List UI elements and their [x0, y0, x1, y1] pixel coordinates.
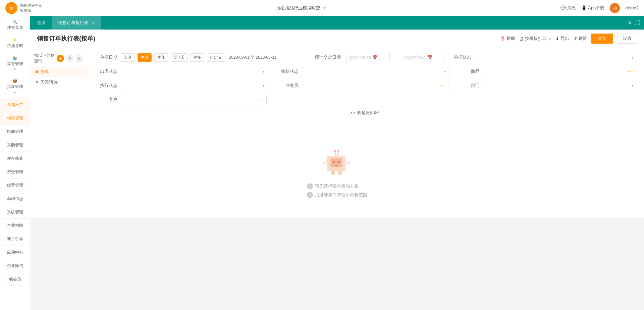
svg-line-8	[337, 152, 338, 156]
tab-window-close-icon[interactable]: ✕	[628, 20, 632, 26]
expected-date-start-input[interactable]: yyyy-mm-dd 📅	[346, 53, 390, 62]
sidebar-item-member[interactable]: 畅会员	[0, 272, 30, 286]
sidebar-item-inventory[interactable]: 库存核算	[0, 152, 30, 165]
add-icon: +	[59, 56, 62, 61]
customer-label: 客户	[94, 97, 121, 103]
empty-tip-1: 1 请先选择要分析的方案	[307, 183, 367, 189]
avatar[interactable]: Ea	[610, 3, 620, 13]
status-label: 单据状态	[451, 54, 475, 60]
goods-more-icon[interactable]: ···	[628, 68, 634, 74]
export-icon: ⬇	[555, 36, 559, 41]
sidebar-item-sales[interactable]: 销售管理	[0, 111, 30, 125]
filter-row-3: 执行状态 ▼ 业务员 ···	[94, 81, 637, 90]
logo-area: 好 畅捷通好生意 标准版	[5, 2, 42, 14]
customer-area: 客户 ···	[94, 95, 273, 104]
app-download-button[interactable]: 📱 App下载	[581, 5, 604, 11]
sidebar-item-ecommerce[interactable]: 电商管理	[0, 125, 30, 138]
sidebar-item-enterprise[interactable]: 企业协同	[0, 219, 30, 232]
execution-select[interactable]: ▼	[121, 81, 268, 90]
payment-select[interactable]: ▼	[302, 67, 449, 76]
svg-rect-12	[331, 170, 335, 175]
outbound-area: 出库状态 ▼	[94, 67, 275, 76]
dept-label: 部门	[456, 83, 483, 89]
svg-text:好: 好	[9, 6, 13, 10]
outbound-dropdown-icon: ▼	[262, 70, 265, 73]
svg-line-11	[345, 162, 350, 164]
date-control: 上月 本月 本年 近7天 更多 自定义 2023-03-01 至 2023-03…	[121, 53, 307, 62]
tab-close-button[interactable]: ×	[91, 19, 95, 26]
payment-area: 收款状态 ▼	[275, 67, 456, 76]
scheme-item-bandan[interactable]: 按单	[30, 67, 87, 77]
tab-active[interactable]: 销售订单执行表 ×	[53, 16, 101, 30]
sidebar-item-marketing[interactable]: 营销推广	[0, 98, 30, 111]
salesperson-select[interactable]: ···	[302, 81, 449, 90]
customer-more-icon[interactable]: ···	[257, 97, 263, 103]
sidebar-item-retail[interactable]: 🏪 零售管理 ▼	[0, 52, 30, 75]
date-sep: —	[392, 55, 399, 60]
nav-right: 💬 消息 📱 App下载 Ea demo2	[560, 3, 639, 13]
date-btn-custom[interactable]: 自定义	[207, 53, 225, 62]
message-icon: 💬	[560, 5, 566, 10]
payment-label: 收款状态	[275, 68, 302, 74]
nav-dropdown-icon[interactable]: ▼	[323, 6, 327, 10]
sidebar-item-basic[interactable]: 基础信息	[0, 192, 30, 205]
export-button[interactable]: ⬇ 导出	[555, 36, 569, 42]
sidebar-item-system[interactable]: 系统管理	[0, 205, 30, 219]
status-select[interactable]: ▼	[477, 53, 638, 62]
sidebar-item-quicknav[interactable]: ⚡ 快捷导航	[0, 34, 30, 52]
status-dropdown-icon: ▼	[631, 56, 634, 59]
add-scheme-button[interactable]: +	[57, 55, 64, 62]
messages-button[interactable]: 💬 消息	[560, 5, 576, 11]
svg-rect-3	[330, 158, 342, 167]
setting-button[interactable]: 设置	[617, 34, 637, 44]
svg-line-10	[323, 162, 327, 164]
logo-text: 畅捷通好生意 标准版	[20, 3, 42, 13]
retail-icon: 🏪	[1, 56, 29, 60]
sidebar-item-operations[interactable]: 经营管理	[0, 178, 30, 192]
edit-scheme-button[interactable]: ✎	[66, 55, 73, 62]
goods-select[interactable]: ···	[483, 67, 637, 76]
date-btn-lastmonth[interactable]: 上月	[121, 53, 135, 62]
date-btn-thisyear[interactable]: 本年	[154, 53, 168, 62]
expected-date-end-input[interactable]: yyyy-mm-dd 📅	[401, 53, 444, 62]
collapse-icon: «	[78, 56, 80, 60]
scheme-item-quhuo[interactable]: 欠货情况	[30, 77, 87, 87]
top-header: 好 畅捷通好生意 标准版 办公用品行业模拟账套 ▼ 💬 消息 📱 App下载 E…	[0, 0, 644, 16]
date-btn-7days[interactable]: 近7天	[171, 53, 187, 62]
svg-point-4	[332, 161, 335, 163]
left-panel: 按以下方案查询 + ✎ «	[30, 47, 87, 124]
main-filter-area: 单据日期 上月 本月 本年 近7天 更多 自定义 2023-03-01 至 20…	[87, 47, 644, 124]
print-button[interactable]: 🖨 按模板打印 ▼	[519, 36, 551, 42]
page-title-bar: 销售订单执行表(按单) ❓ 帮助 🖨 按模板打印 ▼ ⬇ 导出	[30, 30, 644, 47]
collapse-more-button[interactable]: ∧∧ 收起更多条件	[94, 107, 637, 118]
help-button[interactable]: ❓ 帮助	[500, 36, 515, 42]
date-btn-more[interactable]: 更多	[190, 53, 204, 62]
execution-label: 执行状态	[94, 83, 121, 89]
sidebar-item-purchase[interactable]: 采购管理	[0, 138, 30, 152]
tab-expand-icon[interactable]: ⛶	[635, 20, 640, 26]
page-content: 销售订单执行表(按单) ❓ 帮助 🖨 按模板打印 ▼ ⬇ 导出	[30, 30, 644, 310]
dept-area: 部门 ▼	[456, 81, 637, 90]
nav-label: 办公用品行业模拟账套	[276, 5, 320, 11]
content-area: 首页 销售订单执行表 × ✕ ⛶ 销售订单执行表(按单) ❓ 帮助	[30, 16, 644, 310]
customer-select[interactable]: ···	[121, 95, 267, 104]
date-btn-thismonth[interactable]: 本月	[138, 53, 152, 62]
username: demo2	[625, 5, 639, 10]
filter-row-2: 出库状态 ▼ 收款状态 ▼	[94, 67, 637, 76]
quicknav-icon: ⚡	[1, 38, 29, 42]
query-button[interactable]: 查询	[591, 34, 613, 44]
nav-center[interactable]: 办公用品行业模拟账套 ▼	[276, 5, 327, 11]
sidebar-item-finance[interactable]: 资金管理	[0, 165, 30, 178]
dept-select[interactable]: ▼	[483, 81, 637, 90]
page-actions: ❓ 帮助 🖨 按模板打印 ▼ ⬇ 导出 ↺ 刷新	[500, 34, 637, 47]
sidebar-item-search[interactable]: 🔍 搜索菜单	[0, 16, 30, 34]
sidebar-item-newuser[interactable]: 新手引导	[0, 232, 30, 246]
sidebar-item-appcenter[interactable]: 应用中心	[0, 246, 30, 259]
salesperson-more-icon[interactable]: ···	[440, 83, 446, 89]
collapse-panel-button[interactable]: «	[75, 55, 83, 62]
sidebar-item-wholesale[interactable]: 📦 批发管理 ▲	[0, 75, 30, 98]
tab-home[interactable]: 首页	[30, 16, 53, 30]
outbound-select[interactable]: ▼	[121, 67, 268, 76]
refresh-button[interactable]: ↺ 刷新	[573, 36, 587, 42]
sidebar-item-wechat[interactable]: 企业微信	[0, 259, 30, 272]
